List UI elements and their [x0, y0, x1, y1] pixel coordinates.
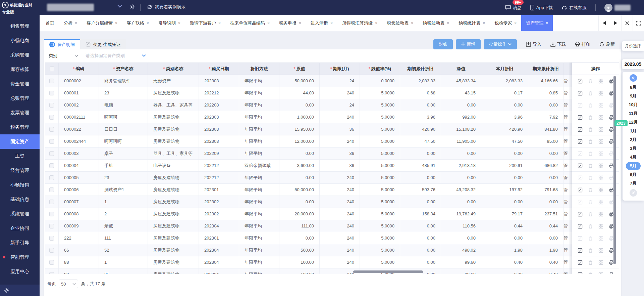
edit-icon[interactable] — [578, 272, 583, 274]
row-checkbox[interactable] — [49, 187, 54, 192]
print-icon[interactable] — [609, 163, 614, 168]
tab-close-icon[interactable]: × — [218, 21, 221, 26]
row-checkbox[interactable] — [49, 236, 54, 241]
tab-scroll-right-button[interactable] — [610, 15, 621, 31]
edit-icon[interactable] — [578, 79, 583, 84]
sidebar-item-小畅报销[interactable]: 小畅报销 — [0, 178, 40, 192]
import-link[interactable]: 导入 — [526, 41, 541, 47]
tab-close-icon[interactable]: × — [115, 21, 117, 26]
user-item[interactable] — [604, 4, 631, 12]
download-link[interactable]: 下载 — [550, 41, 566, 47]
tab-首页[interactable]: 首页 — [41, 15, 59, 31]
row-checkbox[interactable] — [49, 115, 54, 120]
month-item-2月[interactable]: 2月 — [623, 135, 644, 144]
category-value-select[interactable]: 请选择固定资产类别 — [84, 51, 148, 61]
tab-close-icon[interactable]: × — [514, 21, 517, 26]
refresh-link[interactable]: 刷新 — [599, 41, 615, 47]
tab-分析[interactable]: 分析× — [59, 15, 82, 31]
row-checkbox[interactable] — [49, 163, 54, 168]
tab-税负波动表[interactable]: 税负波动表× — [382, 15, 418, 31]
tab-资产管理[interactable]: 资产管理× — [521, 15, 553, 31]
month-item-6月[interactable]: 6月 — [623, 170, 644, 179]
tab-close-icon[interactable]: × — [546, 21, 548, 26]
tab-引导说明[interactable]: 引导说明× — [154, 15, 185, 31]
tab-客户联络[interactable]: 客户联络× — [122, 15, 154, 31]
month-item-11月[interactable]: 11月 — [623, 109, 644, 118]
tab-所得税汇算清缴[interactable]: 所得税汇算清缴× — [337, 15, 382, 31]
sidebar-item-应用中心[interactable]: 应用中心 — [0, 264, 40, 279]
row-checkbox[interactable] — [49, 248, 54, 253]
print-icon[interactable] — [609, 139, 614, 144]
tab-纳税统计表[interactable]: 纳税统计表× — [454, 15, 490, 31]
month-item-3月[interactable]: 3月 — [623, 144, 644, 153]
edit-icon[interactable] — [578, 127, 583, 132]
edit-icon[interactable] — [578, 212, 583, 217]
row-checkbox[interactable] — [49, 151, 54, 156]
edit-icon[interactable] — [578, 224, 583, 229]
page-size-select[interactable]: 50 — [59, 280, 78, 288]
print-icon[interactable] — [609, 224, 614, 229]
month-item-10月[interactable]: 10月 — [623, 100, 644, 109]
online-service-item[interactable]: 在线客服 — [561, 5, 587, 11]
row-checkbox[interactable] — [49, 260, 54, 265]
add-button[interactable]: 新增 — [456, 39, 481, 49]
print-icon[interactable] — [609, 91, 614, 96]
edit-icon[interactable] — [578, 187, 583, 193]
tab-close-icon[interactable]: × — [267, 21, 270, 26]
tab-邀请下游客户[interactable]: 邀请下游客户× — [185, 15, 225, 31]
tab-往来单位商品编码[interactable]: 往来单位商品编码× — [225, 15, 274, 31]
row-checkbox[interactable] — [49, 139, 54, 144]
sidebar-gear-icon[interactable] — [4, 288, 9, 293]
tab-close-icon[interactable]: × — [483, 21, 485, 26]
row-checkbox[interactable] — [49, 79, 54, 83]
view-tab-资产明细[interactable]: 资产明细 — [44, 39, 80, 49]
sidebar-item-工资[interactable]: 工资 — [0, 149, 40, 163]
settings-gear-icon[interactable] — [129, 4, 135, 10]
print-icon[interactable] — [609, 127, 614, 132]
tab-税检专家[interactable]: 税检专家× — [490, 15, 521, 31]
print-icon[interactable] — [609, 187, 614, 193]
months-scroll-down-button[interactable] — [630, 189, 637, 197]
month-item-1月[interactable]: 1月 — [623, 127, 644, 135]
company-chevron-down-icon[interactable] — [117, 5, 122, 8]
print-icon[interactable] — [609, 115, 614, 120]
sidebar-item-基础信息[interactable]: 基础信息 — [0, 192, 40, 207]
print-icon[interactable] — [609, 79, 614, 84]
sidebar-item-库存核算[interactable]: 库存核算 — [0, 62, 40, 77]
sidebar-item-资金管理[interactable]: 资金管理 — [0, 77, 40, 91]
select-all-checkbox[interactable] — [50, 67, 54, 71]
print-link[interactable]: 打印 — [575, 41, 590, 47]
sidebar-item-税务管理[interactable]: 税务管理 — [0, 120, 40, 134]
sidebar-item-智能管理[interactable]: 智能管理 — [0, 250, 40, 264]
month-item-4月[interactable]: 4月 — [623, 153, 644, 162]
vertical-scrollbar[interactable] — [613, 76, 616, 264]
edit-icon[interactable] — [578, 115, 583, 120]
edit-icon[interactable] — [578, 248, 583, 253]
tab-scroll-left-button[interactable] — [598, 15, 610, 31]
print-icon[interactable] — [609, 212, 614, 217]
tab-close-icon[interactable]: × — [75, 21, 77, 26]
company-name-blurred[interactable] — [47, 4, 94, 11]
tab-close-icon[interactable]: × — [330, 21, 333, 26]
row-checkbox[interactable] — [49, 272, 54, 274]
month-item-5月[interactable]: 5月 — [626, 162, 641, 170]
tab-客户分层经营[interactable]: 客户分层经营× — [82, 15, 122, 31]
app-download-item[interactable]: App下载 — [530, 5, 553, 11]
row-checkbox[interactable] — [49, 224, 54, 228]
tab-close-icon[interactable]: × — [178, 21, 180, 26]
tab-close-icon[interactable]: × — [411, 21, 413, 26]
row-checkbox[interactable] — [49, 175, 54, 180]
tab-close-icon[interactable]: × — [375, 21, 377, 26]
category-type-select[interactable]: 类别 — [47, 51, 80, 61]
print-icon[interactable] — [609, 272, 614, 274]
edit-icon[interactable] — [578, 163, 583, 168]
sidebar-item-发票管理[interactable]: 发票管理 — [0, 105, 40, 120]
tab-纳税波动表[interactable]: 纳税波动表× — [418, 15, 454, 31]
tab-close-icon[interactable]: × — [299, 21, 301, 26]
edit-icon[interactable] — [578, 260, 583, 265]
close-tabs-button[interactable] — [621, 15, 633, 31]
demo-link[interactable]: 我要看实例演示 — [147, 4, 185, 10]
reconcile-button[interactable]: 对账 — [433, 39, 453, 49]
sidebar-item-经营管理[interactable]: 经营管理 — [0, 163, 40, 178]
tab-税务申报[interactable]: 税务申报× — [274, 15, 306, 31]
